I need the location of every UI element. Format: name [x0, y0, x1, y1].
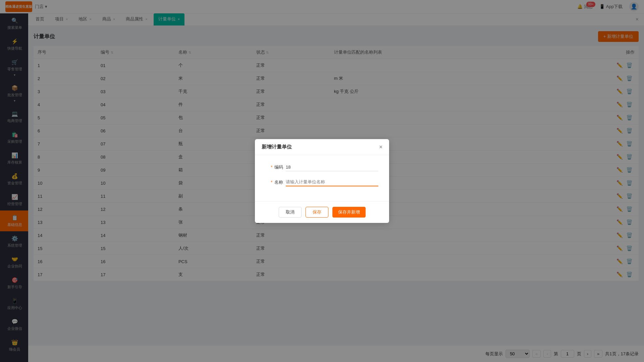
- name-input[interactable]: [286, 178, 378, 186]
- cancel-button[interactable]: 取消: [279, 207, 302, 218]
- name-label: * 名称: [266, 179, 286, 185]
- code-input[interactable]: [286, 163, 378, 171]
- modal-overlay[interactable]: 新增计量单位 × * 编码 * 名称 取消 保存 保存并新增: [0, 0, 644, 362]
- code-label: * 编码: [266, 164, 286, 170]
- form-row-code: * 编码: [266, 163, 378, 171]
- code-required-star: *: [271, 165, 272, 170]
- save-button[interactable]: 保存: [306, 207, 328, 218]
- modal-close-button[interactable]: ×: [379, 144, 382, 150]
- save-continue-button[interactable]: 保存并新增: [332, 207, 366, 218]
- add-unit-modal: 新增计量单位 × * 编码 * 名称 取消 保存 保存并新增: [255, 139, 389, 223]
- modal-header: 新增计量单位 ×: [255, 139, 389, 155]
- modal-title: 新增计量单位: [262, 144, 292, 150]
- name-required-star: *: [271, 180, 272, 185]
- modal-footer: 取消 保存 保存并新增: [255, 201, 389, 223]
- form-row-name: * 名称: [266, 178, 378, 186]
- modal-body: * 编码 * 名称: [255, 155, 389, 201]
